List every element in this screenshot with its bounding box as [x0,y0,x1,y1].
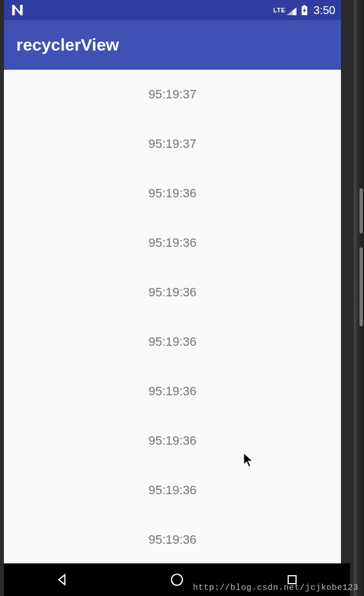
timer-label: 95:19:36 [148,236,197,250]
recycler-view[interactable]: 95:19:37 95:19:37 95:19:36 95:19:36 95:1… [4,70,341,563]
svg-point-2 [171,574,183,585]
navigation-bar [4,563,350,596]
timer-label: 95:19:36 [148,384,197,399]
list-item[interactable]: 95:19:36 [4,416,341,466]
timer-label: 95:19:37 [148,137,197,151]
svg-rect-3 [288,576,296,584]
list-item[interactable]: 95:19:37 [4,70,341,119]
list-item[interactable]: 95:19:36 [4,169,341,218]
signal-icon [286,6,297,14]
status-bar: LTE 3:50 [4,0,341,20]
power-button [360,247,363,326]
list-item[interactable]: 95:19:36 [4,218,341,268]
list-item[interactable]: 95:19:36 [4,515,341,563]
nav-back-button[interactable] [54,572,70,588]
device-frame: LTE 3:50 recyclerView 95:19:37 95:19:37 … [0,0,364,596]
timer-label: 95:19:36 [148,532,197,547]
list-item[interactable]: 95:19:36 [4,466,341,515]
network-lte-label: LTE [274,7,285,13]
battery-charging-icon [301,5,308,15]
nav-home-button[interactable] [169,572,185,588]
timer-label: 95:19:36 [148,186,197,201]
list-item[interactable]: 95:19:37 [4,119,341,169]
nav-recent-button[interactable] [284,572,300,588]
timer-label: 95:19:37 [148,87,197,102]
screen: LTE 3:50 recyclerView 95:19:37 95:19:37 … [4,0,341,563]
timer-label: 95:19:36 [148,483,197,498]
app-title: recyclerView [16,35,119,55]
app-bar: recyclerView [4,20,341,70]
timer-label: 95:19:36 [148,434,197,448]
list-item[interactable]: 95:19:36 [4,367,341,416]
list-container: 95:19:37 95:19:37 95:19:36 95:19:36 95:1… [4,70,341,563]
status-clock: 3:50 [313,4,335,17]
timer-label: 95:19:36 [148,285,197,300]
svg-rect-1 [303,5,306,7]
list-item[interactable]: 95:19:36 [4,268,341,317]
timer-label: 95:19:36 [148,335,197,349]
list-item[interactable]: 95:19:36 [4,317,341,367]
device-side-rail [354,0,364,596]
android-n-logo-icon [10,2,25,18]
volume-button [360,188,363,233]
